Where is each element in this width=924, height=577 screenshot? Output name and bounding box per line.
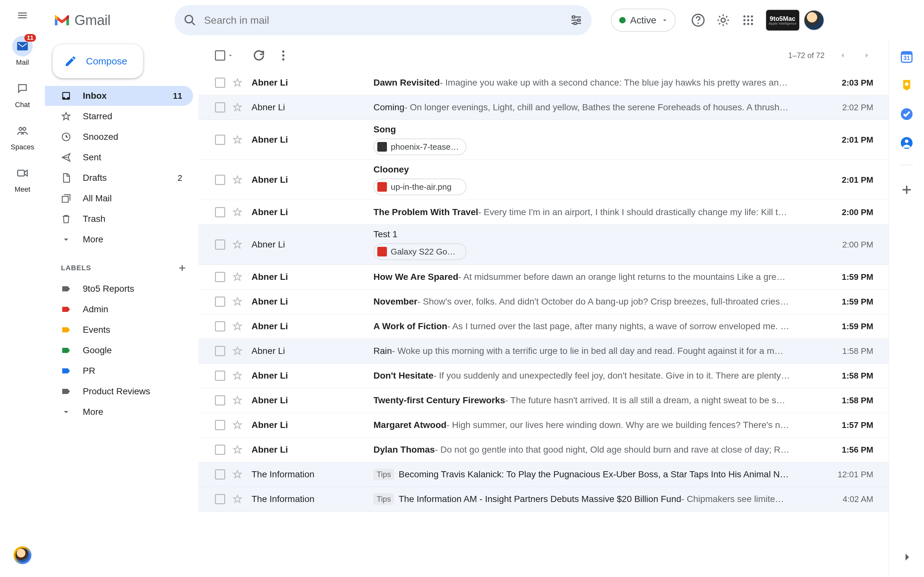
rail-mail[interactable]: 11 Mail bbox=[12, 36, 33, 67]
nav-drafts[interactable]: Drafts 2 bbox=[45, 168, 193, 188]
label-item[interactable]: Events bbox=[45, 320, 193, 340]
row-checkbox[interactable] bbox=[215, 469, 225, 480]
pager-prev[interactable] bbox=[836, 49, 849, 62]
mail-row[interactable]: Abner Li Coming - On longer evenings, Li… bbox=[198, 95, 889, 120]
star-icon[interactable] bbox=[232, 395, 242, 406]
mail-row[interactable]: The Information TipsBecoming Travis Kala… bbox=[198, 462, 889, 487]
row-star[interactable] bbox=[232, 102, 242, 113]
search-input[interactable] bbox=[204, 15, 570, 26]
nav-starred[interactable]: Starred bbox=[45, 106, 193, 126]
add-label-button[interactable] bbox=[177, 263, 187, 273]
star-icon[interactable] bbox=[232, 272, 242, 282]
row-star[interactable] bbox=[232, 135, 242, 145]
search-bar[interactable] bbox=[174, 5, 591, 35]
rail-meet[interactable]: Meet bbox=[12, 163, 33, 193]
row-star[interactable] bbox=[232, 420, 242, 430]
nav-inbox[interactable]: Inbox 11 bbox=[45, 86, 193, 106]
rail-user-avatar[interactable] bbox=[13, 546, 31, 564]
mail-row[interactable]: Abner Li Margaret Atwood - High summer, … bbox=[198, 413, 889, 438]
pager-next[interactable] bbox=[861, 49, 873, 62]
compose-button[interactable]: Compose bbox=[53, 44, 143, 78]
attachment-chip[interactable]: phoenix-7-tease… bbox=[373, 139, 467, 155]
star-icon[interactable] bbox=[232, 494, 242, 504]
row-checkbox[interactable] bbox=[215, 102, 225, 113]
star-icon[interactable] bbox=[232, 102, 242, 113]
mail-row[interactable]: Abner Li Clooney up-in-the-air.png 2:01 … bbox=[198, 160, 889, 200]
row-star[interactable] bbox=[232, 207, 242, 218]
row-checkbox[interactable] bbox=[215, 371, 225, 381]
labels-more[interactable]: More bbox=[45, 402, 193, 422]
row-checkbox[interactable] bbox=[215, 494, 225, 504]
main-menu-button[interactable] bbox=[15, 8, 30, 23]
nav-sent[interactable]: Sent bbox=[45, 147, 193, 167]
more-actions-button[interactable] bbox=[276, 49, 290, 62]
attachment-chip[interactable]: up-in-the-air.png bbox=[373, 179, 467, 195]
row-checkbox[interactable] bbox=[215, 346, 225, 356]
apps-button[interactable] bbox=[740, 13, 756, 28]
label-item[interactable]: Google bbox=[45, 340, 193, 360]
row-checkbox[interactable] bbox=[215, 445, 225, 455]
mail-row[interactable]: Abner Li The Problem With Travel - Every… bbox=[198, 200, 889, 225]
mail-row[interactable]: Abner Li Dylan Thomas - Do not go gentle… bbox=[198, 438, 889, 462]
star-icon[interactable] bbox=[232, 346, 242, 356]
refresh-button[interactable] bbox=[252, 49, 266, 62]
row-star[interactable] bbox=[232, 297, 242, 307]
row-checkbox[interactable] bbox=[215, 395, 225, 406]
star-icon[interactable] bbox=[232, 445, 242, 455]
row-checkbox[interactable] bbox=[215, 207, 225, 218]
star-icon[interactable] bbox=[232, 175, 242, 185]
gmail-logo[interactable]: Gmail bbox=[53, 12, 174, 28]
search-options-icon[interactable] bbox=[570, 14, 583, 27]
label-item[interactable]: PR bbox=[45, 361, 193, 381]
mail-row[interactable]: Abner Li Rain - Woke up this morning wit… bbox=[198, 339, 889, 364]
label-item[interactable]: Admin bbox=[45, 300, 193, 319]
mail-row[interactable]: Abner Li Don't Hesitate - If you suddenl… bbox=[198, 364, 889, 388]
add-app-button[interactable] bbox=[900, 183, 914, 197]
tasks-app-button[interactable] bbox=[900, 107, 914, 121]
star-icon[interactable] bbox=[232, 420, 242, 430]
star-icon[interactable] bbox=[232, 77, 242, 88]
row-checkbox[interactable] bbox=[215, 297, 225, 307]
row-checkbox[interactable] bbox=[215, 175, 225, 185]
row-checkbox[interactable] bbox=[215, 321, 225, 332]
row-checkbox[interactable] bbox=[215, 420, 225, 430]
row-star[interactable] bbox=[232, 371, 242, 381]
star-icon[interactable] bbox=[232, 297, 242, 307]
row-star[interactable] bbox=[232, 469, 242, 480]
mail-row[interactable]: Abner Li A Work of Fiction - As I turned… bbox=[198, 314, 889, 339]
row-star[interactable] bbox=[232, 272, 242, 282]
mail-row[interactable]: The Information TipsThe Information AM -… bbox=[198, 487, 889, 512]
mail-row[interactable]: Abner Li November - Show's over, folks. … bbox=[198, 290, 889, 314]
select-all-checkbox[interactable] bbox=[215, 50, 225, 61]
row-checkbox[interactable] bbox=[215, 135, 225, 145]
nav-trash[interactable]: Trash bbox=[45, 209, 193, 229]
row-star[interactable] bbox=[232, 395, 242, 406]
star-icon[interactable] bbox=[232, 135, 242, 145]
row-star[interactable] bbox=[232, 494, 242, 504]
contacts-app-button[interactable] bbox=[900, 136, 914, 150]
settings-button[interactable] bbox=[716, 13, 731, 28]
select-dropdown-icon[interactable] bbox=[227, 52, 234, 59]
star-icon[interactable] bbox=[232, 469, 242, 480]
attachment-chip[interactable]: Galaxy S22 Goo… bbox=[373, 243, 467, 260]
label-item[interactable]: Product Reviews bbox=[45, 382, 193, 401]
nav-snoozed[interactable]: Snoozed bbox=[45, 127, 193, 147]
star-icon[interactable] bbox=[232, 239, 242, 250]
row-checkbox[interactable] bbox=[215, 239, 225, 250]
nav-more[interactable]: More bbox=[45, 229, 193, 250]
star-icon[interactable] bbox=[232, 207, 242, 218]
account-avatar[interactable] bbox=[804, 10, 824, 31]
row-checkbox[interactable] bbox=[215, 77, 225, 88]
mail-row[interactable]: Abner Li Song phoenix-7-tease… 2:01 PM bbox=[198, 120, 889, 160]
mail-row[interactable]: Abner Li Test 1 Galaxy S22 Goo… 2:00 PM bbox=[198, 225, 889, 265]
mail-row[interactable]: Abner Li Twenty-first Century Fireworks … bbox=[198, 388, 889, 413]
organization-logo[interactable]: 9to5Mac Apple Intelligence bbox=[766, 9, 800, 31]
label-item[interactable]: 9to5 Reports bbox=[45, 279, 193, 299]
row-star[interactable] bbox=[232, 239, 242, 250]
star-icon[interactable] bbox=[232, 371, 242, 381]
status-chip[interactable]: Active bbox=[611, 9, 676, 32]
row-star[interactable] bbox=[232, 175, 242, 185]
row-star[interactable] bbox=[232, 321, 242, 332]
row-star[interactable] bbox=[232, 445, 242, 455]
mail-row[interactable]: Abner Li Dawn Revisited - Imagine you wa… bbox=[198, 71, 889, 95]
